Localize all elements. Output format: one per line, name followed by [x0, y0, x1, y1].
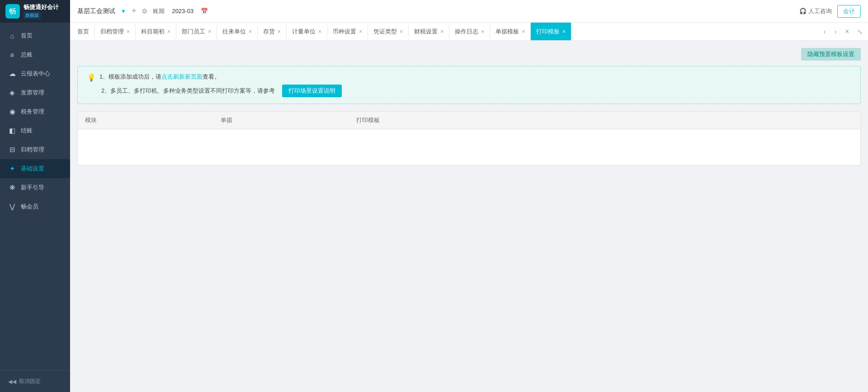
sidebar-item-reports[interactable]: ☁ 云报表中心 — [0, 64, 70, 83]
col-template: 打印模板 — [349, 116, 860, 124]
invoice-icon: ◈ — [8, 89, 16, 97]
period-value: 2023-03 — [172, 8, 193, 14]
tab-prev-btn[interactable]: ‹ — [819, 23, 830, 41]
sidebar: 畅 畅捷通好会计 旗舰版 ⌂ 首页 ≡ 总账 ☁ 云报表中心 ◈ 发票管理 ◉ — [0, 0, 70, 392]
closing-icon: ◧ — [8, 127, 16, 135]
tab-printtemplate[interactable]: 打印模板 × — [531, 23, 571, 41]
add-company-icon[interactable]: + — [132, 6, 137, 16]
tab-close-vouchertemplate[interactable]: × — [522, 28, 525, 35]
sidebar-item-guide[interactable]: ❋ 新手引导 — [0, 178, 70, 197]
tab-expand-btn[interactable]: ⤡ — [854, 23, 866, 41]
tab-close-inventory[interactable]: × — [278, 28, 281, 35]
sidebar-unpin[interactable]: ◀◀ 取消固定 — [0, 370, 70, 392]
tab-department[interactable]: 部门员工 × — [176, 23, 217, 41]
info-box: 💡 1、模板添加成功后，请点击刷新新页面查看。 2、多员工、多打印机、多种业务类… — [77, 66, 861, 104]
account-button[interactable]: 会计 — [837, 5, 861, 18]
sidebar-item-closing[interactable]: ◧ 结账 — [0, 121, 70, 140]
sidebar-nav: ⌂ 首页 ≡ 总账 ☁ 云报表中心 ◈ 发票管理 ◉ 税务管理 ◧ 结账 ⊟ — [0, 23, 70, 370]
header-left: 基层工会测试 ▼ + ⚙ 账期 2023-03 📅 — [77, 6, 208, 16]
table-body — [77, 129, 861, 165]
tab-partner[interactable]: 往来单位 × — [217, 23, 258, 41]
settings-gear-icon[interactable]: ⚙ — [142, 7, 147, 15]
sidebar-item-tax[interactable]: ◉ 税务管理 — [0, 102, 70, 121]
settings-icon: ✦ — [8, 165, 16, 173]
tab-currency[interactable]: 币种设置 × — [327, 23, 368, 41]
header-right: 🎧 人工咨询 会计 — [799, 5, 861, 18]
tab-voucher[interactable]: 凭证类型 × — [368, 23, 409, 41]
sidebar-item-settings[interactable]: ✦ 基础设置 — [0, 159, 70, 178]
table-header: 模块 单据 打印模板 — [77, 111, 861, 129]
sidebar-logo: 畅 畅捷通好会计 旗舰版 — [0, 0, 70, 23]
tab-close-printtemplate[interactable]: × — [562, 28, 566, 35]
info-text-2: 2、多员工、多打印机、多种业务类型设置不同打印方案等，请参考 — [101, 87, 275, 95]
tab-close-department[interactable]: × — [208, 28, 211, 35]
tab-close-oplog[interactable]: × — [481, 28, 484, 35]
unpin-icon: ◀◀ — [8, 378, 16, 385]
tab-vouchertemplate[interactable]: 单据模板 × — [490, 23, 531, 41]
page-content: 隐藏预置模板设置 💡 1、模板添加成功后，请点击刷新新页面查看。 2、多员工、多… — [70, 41, 868, 392]
tab-measure[interactable]: 计量单位 × — [287, 23, 327, 41]
guide-icon: ❋ — [8, 184, 16, 192]
hide-template-button[interactable]: 隐藏预置模板设置 — [801, 48, 861, 61]
bulb-icon: 💡 — [87, 73, 96, 82]
sidebar-item-home[interactable]: ⌂ 首页 — [0, 26, 70, 45]
app-logo-text: 畅捷通好会计 旗舰版 — [24, 4, 59, 19]
tab-close-archive[interactable]: × — [127, 28, 130, 35]
tab-close-partner[interactable]: × — [249, 28, 252, 35]
tab-bar: 首页 归档管理 × 科目期初 × 部门员工 × 往来单位 × 存货 × 计量 — [70, 23, 868, 41]
col-module: 模块 — [78, 116, 213, 124]
archive-icon: ⊟ — [8, 146, 16, 154]
company-name: 基层工会测试 — [77, 7, 115, 15]
tab-oplog[interactable]: 操作日志 × — [449, 23, 490, 41]
refresh-link[interactable]: 点击刷新新页面 — [161, 73, 203, 80]
hide-template-container: 隐藏预置模板设置 — [77, 48, 861, 61]
col-document: 单据 — [213, 116, 349, 124]
print-guide-button[interactable]: 打印场景设置说明 — [282, 85, 342, 97]
member-icon: ⋁ — [8, 203, 16, 211]
ledger-icon: ≡ — [8, 51, 16, 59]
info-text-1: 1、模板添加成功后，请点击刷新新页面查看。 — [99, 73, 220, 81]
sidebar-item-archive[interactable]: ⊟ 归档管理 — [0, 140, 70, 159]
tab-close-all-btn[interactable]: × — [841, 23, 854, 41]
print-template-table: 模块 单据 打印模板 — [77, 111, 861, 165]
tab-close-subjects[interactable]: × — [167, 28, 170, 35]
info-row-2: 2、多员工、多打印机、多种业务类型设置不同打印方案等，请参考 打印场景设置说明 — [87, 85, 851, 97]
sidebar-item-ledger[interactable]: ≡ 总账 — [0, 45, 70, 64]
tab-close-currency[interactable]: × — [359, 28, 362, 35]
customer-service-btn[interactable]: 🎧 人工咨询 — [799, 7, 832, 15]
home-icon: ⌂ — [8, 32, 16, 40]
tab-inventory[interactable]: 存货 × — [258, 23, 287, 41]
company-dropdown-icon[interactable]: ▼ — [121, 8, 126, 14]
tab-close-taxsetting[interactable]: × — [440, 28, 443, 35]
tab-close-voucher[interactable]: × — [400, 28, 403, 35]
sidebar-item-member[interactable]: ⋁ 畅会员 — [0, 197, 70, 216]
calendar-icon[interactable]: 📅 — [201, 8, 208, 14]
tax-icon: ◉ — [8, 108, 16, 116]
tab-close-measure[interactable]: × — [318, 28, 321, 35]
tab-taxsetting[interactable]: 财税设置 × — [409, 23, 449, 41]
headset-icon: 🎧 — [799, 8, 807, 14]
tab-home[interactable]: 首页 — [72, 23, 95, 41]
app-logo-icon: 畅 — [5, 4, 20, 19]
period-label: 账期 — [153, 7, 165, 15]
tab-subjects[interactable]: 科目期初 × — [136, 23, 176, 41]
top-header: 基层工会测试 ▼ + ⚙ 账期 2023-03 📅 🎧 人工咨询 会计 — [70, 0, 868, 23]
cloud-icon: ☁ — [8, 70, 16, 78]
tab-archive[interactable]: 归档管理 × — [95, 23, 136, 41]
tab-next-btn[interactable]: › — [830, 23, 841, 41]
info-row-1: 💡 1、模板添加成功后，请点击刷新新页面查看。 — [87, 73, 851, 82]
main-area: 基层工会测试 ▼ + ⚙ 账期 2023-03 📅 🎧 人工咨询 会计 首页 归… — [70, 0, 868, 392]
sidebar-item-invoice[interactable]: ◈ 发票管理 — [0, 83, 70, 102]
